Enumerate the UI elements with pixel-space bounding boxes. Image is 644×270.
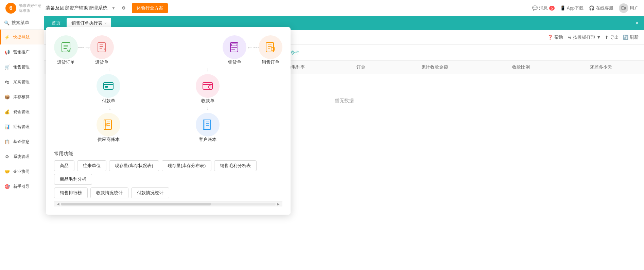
down-arrow-purchase: ↓	[95, 67, 122, 73]
svg-rect-20	[203, 83, 212, 89]
customer-ledger-circle[interactable]	[196, 113, 220, 137]
func-btn-sales-gross[interactable]: 销售毛利分析表	[214, 160, 257, 171]
func-btn-product-gross[interactable]: 商品毛利分析	[54, 174, 92, 185]
func-btn-receipt-stats[interactable]: 收款情况统计	[90, 187, 128, 198]
svg-rect-9	[231, 44, 237, 46]
func-btn-payment-stats[interactable]: 付款情况统计	[131, 187, 169, 198]
svg-rect-12	[266, 42, 274, 52]
scroll-right-icon[interactable]: ▶	[276, 202, 281, 206]
func-btn-supplier[interactable]: 往来单位	[77, 160, 106, 171]
svg-point-22	[208, 86, 211, 88]
scroll-indicator: ◀ ▶	[54, 201, 282, 206]
func-btn-stock-dist[interactable]: 现存量(库存分布表)	[162, 160, 212, 171]
common-functions-title: 常用功能	[54, 151, 282, 157]
flow-col-supplier-ledger: 帐 供应商账本	[95, 113, 122, 143]
flow-col-receipt: 收款单	[194, 74, 221, 104]
flow-col-customer-ledger: 客户账本	[194, 113, 221, 143]
purchase-order-circle[interactable]	[54, 35, 78, 59]
flow-col-purchase-bill: 进货单	[90, 35, 114, 65]
purchase-order-label: 进货订单	[57, 59, 75, 65]
svg-rect-30	[203, 120, 205, 129]
flow-col-purchase-order: 进货订单	[54, 35, 78, 65]
flow-modal: 进货订单 - - - → 进货单	[46, 27, 291, 215]
down-arrow-payment: ↓	[95, 105, 122, 111]
scroll-thumb	[61, 203, 211, 205]
scroll-left-icon[interactable]: ◀	[55, 202, 61, 206]
svg-rect-16	[271, 48, 275, 50]
down-arrow-sales: ↓	[194, 67, 221, 73]
modal-overlay: 进货订单 - - - → 进货单	[0, 0, 644, 270]
receipt-circle[interactable]	[196, 74, 220, 98]
flow-section: 进货订单 - - - → 进货单	[54, 35, 282, 143]
svg-rect-29	[203, 120, 211, 129]
purchase-bill-circle[interactable]	[90, 35, 114, 59]
svg-rect-4	[98, 42, 105, 52]
svg-rect-19	[105, 86, 108, 88]
supplier-ledger-label: 供应商账本	[98, 137, 120, 143]
func-btn-sales-rank[interactable]: 销售排行榜	[54, 187, 88, 198]
svg-text:帐: 帐	[105, 123, 108, 127]
common-functions: 常用功能 商品 往来单位 现存量(库存状况表) 现存量(库存分布表) 销售毛利分…	[54, 151, 282, 198]
down-arrow-receipt: ↓	[194, 105, 221, 111]
flow-col-sales-order: 销售订单	[259, 35, 282, 65]
flow-col-sales-bill: 销货单	[223, 35, 246, 65]
func-buttons-row2: 销售排行榜 收款情况统计 付款情况统计	[54, 187, 282, 198]
arrow2: ← - - -	[246, 35, 259, 51]
sales-order-circle[interactable]	[259, 35, 282, 59]
func-buttons-row1: 商品 往来单位 现存量(库存状况表) 现存量(库存分布表) 销售毛利分析表 商品…	[54, 160, 282, 185]
sales-bill-label: 销货单	[228, 59, 241, 65]
payment-label: 付款单	[102, 98, 115, 104]
sales-order-label: 销售订单	[262, 59, 279, 65]
payment-circle[interactable]	[97, 74, 120, 98]
receipt-label: 收款单	[201, 98, 214, 104]
func-btn-stock-status[interactable]: 现存量(库存状况表)	[109, 160, 159, 171]
scroll-track[interactable]	[61, 203, 276, 205]
supplier-ledger-circle[interactable]: 帐	[97, 113, 120, 137]
arrow1: - - - →	[78, 35, 90, 51]
flow-col-payment: 付款单	[95, 74, 122, 104]
customer-ledger-label: 客户账本	[199, 137, 216, 143]
svg-rect-17	[104, 83, 113, 89]
func-btn-product[interactable]: 商品	[54, 160, 74, 171]
purchase-bill-label: 进货单	[95, 59, 108, 65]
sales-bill-circle[interactable]	[223, 35, 246, 59]
